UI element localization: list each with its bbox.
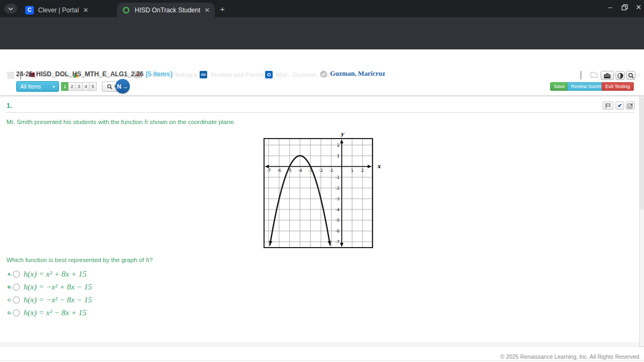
svg-text:2: 2 <box>337 143 340 148</box>
svg-text:-3: -3 <box>335 197 340 201</box>
student-indicator: Guzman, Maricruz <box>320 70 385 78</box>
option-radio[interactable] <box>13 296 20 303</box>
window-close-button[interactable]: ✕ <box>634 3 643 11</box>
magnifier-icon <box>628 73 634 79</box>
option-radio[interactable] <box>13 309 20 316</box>
item-button-3[interactable]: 3 <box>75 82 83 91</box>
tab-close-icon[interactable]: ✕ <box>204 7 210 13</box>
svg-text:-7: -7 <box>267 168 271 173</box>
test-title: 24-25_HISD_DOL_HS_MTH_E_ALG1_2.26[5 Item… <box>16 70 172 78</box>
tab-search-button[interactable] <box>4 4 17 13</box>
check-icon: ✔ <box>618 103 622 108</box>
option-formula: h(x) = −x² + 8x − 15 <box>24 283 92 292</box>
exit-testing-button[interactable]: Exit Testing <box>602 82 634 91</box>
svg-text:x: x <box>377 163 382 169</box>
item-button-2[interactable]: 2 <box>68 82 76 91</box>
edit-note-icon <box>627 103 633 108</box>
option-formula: h(x) = x² − 8x + 15 <box>24 308 86 317</box>
item-filter-dropdown[interactable]: All Items ▾ <box>16 81 59 92</box>
chevron-down-icon <box>8 7 13 11</box>
bookmark-sis[interactable]: SIS Student and Parent... <box>200 70 269 79</box>
answer-option-a[interactable]: A. h(x) = x² + 8x + 15 <box>8 269 86 279</box>
next-label: N <box>117 83 121 90</box>
bookmarks-bar: Fish Cheeks Atlas of U.S. History... JPI… <box>0 33 644 49</box>
question-prompt: Mr. Smith presented his students with th… <box>6 118 236 126</box>
svg-text:-5: -5 <box>335 218 340 223</box>
student-name: Guzman, Maricruz <box>330 70 385 78</box>
flag-icon <box>605 103 611 108</box>
svg-text:-4: -4 <box>298 168 302 173</box>
option-letter: D. <box>8 310 12 315</box>
window-minimize-button[interactable]: – <box>605 3 615 11</box>
footer-divider <box>0 360 644 361</box>
apps-grid-icon[interactable] <box>8 71 14 81</box>
svg-text:-2: -2 <box>319 168 323 173</box>
option-formula: h(x) = x² + 8x + 15 <box>24 270 86 279</box>
save-button[interactable]: Save <box>550 82 569 91</box>
option-letter: C. <box>8 298 12 302</box>
scrollbar-thumb[interactable] <box>640 97 644 210</box>
notes-button[interactable] <box>626 102 635 110</box>
tab-title: Clever | Portal <box>38 6 79 14</box>
contrast-icon <box>617 73 624 79</box>
svg-text:-6: -6 <box>335 229 340 234</box>
contrast-button[interactable] <box>616 71 625 80</box>
outlook-icon: O <box>265 71 273 78</box>
question-subprompt: Which function is best represented by th… <box>6 256 152 264</box>
tab-title: HISD OnTrack Student | Renais <box>135 6 200 14</box>
sis-icon: SIS <box>200 71 207 78</box>
answer-eliminator-button[interactable]: ✔ <box>616 102 624 110</box>
answer-option-d[interactable]: D. h(x) = x² − 8x + 15 <box>8 308 86 317</box>
screen: C Clever | Portal ✕ HISD OnTrack Student… <box>0 0 644 362</box>
chevron-down-icon: ▾ <box>53 84 55 89</box>
tab-close-icon[interactable]: ✕ <box>83 7 89 13</box>
test-title-text: 24-25_HISD_DOL_HS_MTH_E_ALG1_2.26 <box>16 70 143 78</box>
copyright-text: © 2025 Renaissance Learning, Inc. All Ri… <box>500 353 641 360</box>
svg-text:-7: -7 <box>335 240 340 244</box>
browser-toolbar: ← → ↻ student.schoolcity.com/student/Com… <box>0 17 644 33</box>
next-item-button[interactable]: N→ <box>115 79 130 93</box>
prompt-text: ? <box>149 257 152 263</box>
calculator-icon <box>603 73 611 79</box>
items-count-badge: [5 Items] <box>145 70 172 78</box>
tab-strip: C Clever | Portal ✕ HISD OnTrack Student… <box>0 0 644 17</box>
student-check-icon <box>320 70 327 78</box>
tab-hisd-ontrack[interactable]: HISD OnTrack Student | Renais ✕ <box>117 3 215 17</box>
answer-option-b[interactable]: B. h(x) = −x² + 8x − 15 <box>8 282 92 292</box>
item-button-5[interactable]: 5 <box>89 82 97 91</box>
bookmark-label: Student and Parent... <box>210 71 269 78</box>
prompt-text: shown on the coordinate plane. <box>148 119 235 125</box>
new-tab-button[interactable]: + <box>220 4 225 13</box>
svg-text:2: 2 <box>361 168 364 173</box>
window-restore-button[interactable] <box>620 4 630 12</box>
svg-text:-4: -4 <box>335 207 340 212</box>
item-button-1[interactable]: 1 <box>61 82 69 91</box>
panel-bottom-strip <box>0 342 639 347</box>
clever-favicon: C <box>25 6 34 15</box>
prompt-text: Which function is best represented by th… <box>6 257 146 263</box>
zoom-tool-button[interactable] <box>626 71 635 80</box>
arrow-right-icon: → <box>122 83 128 90</box>
calculator-button[interactable] <box>601 71 614 80</box>
item-number-group: 1 2 3 4 5 <box>62 82 97 91</box>
option-radio[interactable] <box>13 271 20 278</box>
folder-icon <box>590 71 598 78</box>
svg-text:y: y <box>340 131 345 137</box>
svg-text:-1: -1 <box>329 168 333 173</box>
option-radio[interactable] <box>13 284 20 291</box>
option-letter: A. <box>8 272 12 277</box>
svg-text:-6: -6 <box>277 168 281 173</box>
question-divider <box>5 112 634 113</box>
option-formula: h(x) = −x² − 8x − 15 <box>24 295 92 305</box>
svg-text:1: 1 <box>351 168 354 173</box>
prompt-text: Mr. Smith presented his students with th… <box>6 119 144 125</box>
item-filter-label: All Items <box>20 84 41 90</box>
svg-text:-2: -2 <box>335 186 340 191</box>
item-button-4[interactable]: 4 <box>82 82 90 91</box>
option-letter: B. <box>8 285 12 289</box>
tab-clever-portal[interactable]: C Clever | Portal ✕ <box>20 3 115 17</box>
search-icon <box>107 84 113 90</box>
answer-option-c[interactable]: C. h(x) = −x² − 8x − 15 <box>8 295 92 305</box>
bookmarks-right-separator <box>581 71 581 79</box>
flag-question-button[interactable] <box>603 102 613 110</box>
